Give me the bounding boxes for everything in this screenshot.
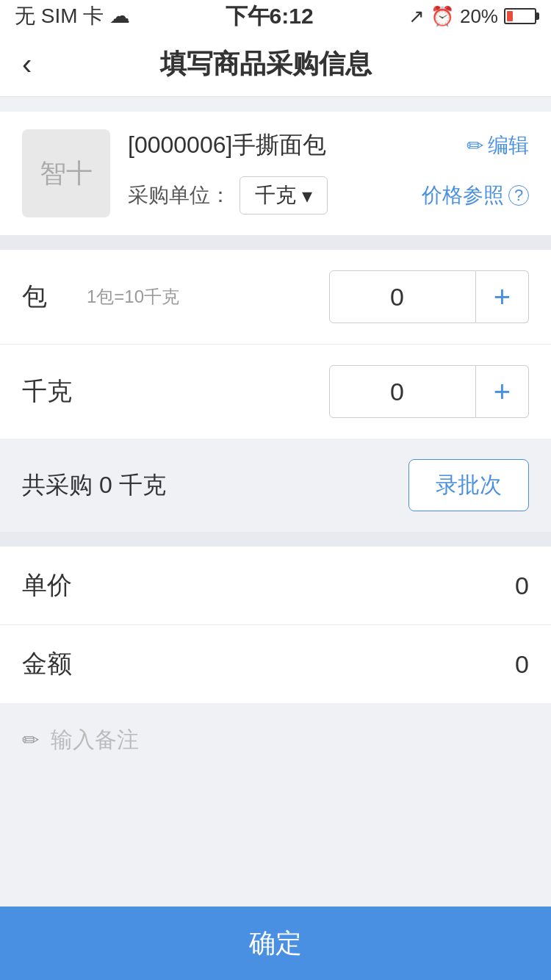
page-title: 填写商品采购信息	[46, 46, 485, 82]
edit-label: 编辑	[488, 131, 529, 159]
edit-button[interactable]: ✏ 编辑	[467, 131, 529, 159]
input-row-kg: 千克 +	[0, 345, 551, 439]
product-name: [0000006]手撕面包	[128, 129, 326, 162]
price-value-amount: 0	[515, 650, 529, 679]
unit-value: 千克	[255, 181, 296, 209]
alarm-icon: ⏰	[431, 5, 454, 28]
plus-button-bao[interactable]: +	[476, 270, 529, 323]
product-unit-row: 采购单位： 千克 ▾ 价格参照 ?	[128, 176, 529, 215]
status-right: ↗ ⏰ 20%	[408, 5, 536, 28]
quantity-input-bao[interactable]	[329, 270, 476, 323]
input-section: 包 1包=10千克 + 千克 +	[0, 250, 551, 439]
chevron-down-icon: ▾	[302, 184, 312, 208]
status-left: 无 SIM 卡 ☁	[15, 2, 130, 30]
label-kg: 千克	[22, 375, 81, 408]
input-row-bao: 包 1包=10千克 +	[0, 250, 551, 345]
price-row-unit: 单价 0	[0, 547, 551, 625]
unit-select[interactable]: 千克 ▾	[240, 176, 328, 215]
price-row-amount: 金额 0	[0, 625, 551, 703]
note-section[interactable]: ✏ 输入备注	[0, 703, 551, 777]
price-ref-button[interactable]: 价格参照 ?	[422, 181, 529, 209]
price-label-unit: 单价	[22, 569, 72, 602]
status-bar: 无 SIM 卡 ☁ 下午6:12 ↗ ⏰ 20%	[0, 0, 551, 32]
summary-text: 共采购 0 千克	[22, 469, 166, 502]
price-label-amount: 金额	[22, 647, 72, 681]
plus-button-kg[interactable]: +	[476, 365, 529, 418]
price-ref-label: 价格参照	[422, 181, 504, 209]
pencil-icon: ✏	[22, 728, 39, 752]
battery-icon	[504, 8, 536, 24]
back-button[interactable]: ‹	[22, 40, 46, 88]
nav-bar: ‹ 填写商品采购信息	[0, 32, 551, 97]
info-icon: ?	[508, 185, 529, 206]
quantity-input-kg[interactable]	[329, 365, 476, 418]
status-time: 下午6:12	[226, 1, 314, 32]
product-header: [0000006]手撕面包 ✏ 编辑	[128, 129, 529, 162]
price-value-unit: 0	[515, 572, 529, 600]
location-icon: ↗	[408, 5, 425, 28]
sublabel-bao: 1包=10千克	[87, 285, 179, 309]
edit-icon: ✏	[467, 134, 483, 158]
summary-section: 共采购 0 千克 录批次	[0, 439, 551, 532]
battery-percent: 20%	[460, 5, 498, 28]
section-divider-2	[0, 532, 551, 547]
product-logo-text: 智十	[40, 156, 93, 192]
product-section: 智十 [0000006]手撕面包 ✏ 编辑 采购单位： 千克 ▾	[0, 112, 551, 235]
confirm-button[interactable]: 确定	[0, 907, 551, 980]
sim-status: 无 SIM 卡 ☁	[15, 2, 130, 30]
note-placeholder: 输入备注	[51, 725, 139, 755]
product-info: [0000006]手撕面包 ✏ 编辑 采购单位： 千克 ▾ 价格参照 ?	[128, 129, 529, 215]
record-batch-button[interactable]: 录批次	[408, 459, 529, 511]
unit-label: 采购单位：	[128, 181, 231, 209]
section-divider-1	[0, 235, 551, 250]
label-bao: 包	[22, 280, 81, 314]
product-image: 智十	[22, 129, 110, 217]
price-section: 单价 0 金额 0	[0, 547, 551, 703]
